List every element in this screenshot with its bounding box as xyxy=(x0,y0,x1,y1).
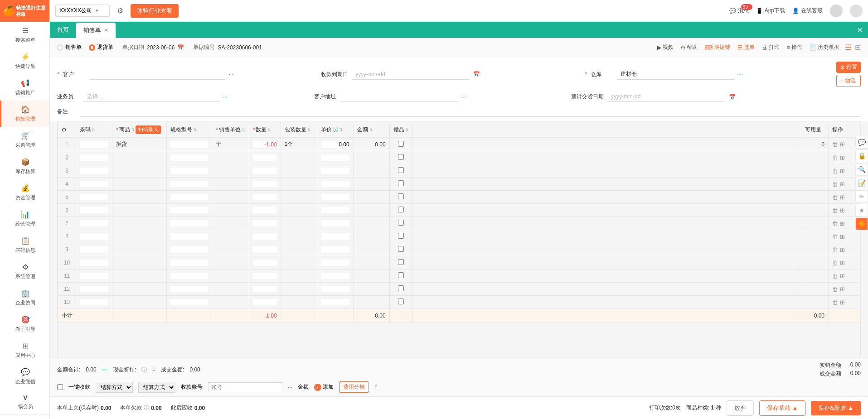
row-copy-icon-9[interactable]: ⊞ xyxy=(840,246,845,253)
row-barcode-11[interactable] xyxy=(76,270,112,283)
row-price-3[interactable] xyxy=(317,164,353,178)
total-owed-info-icon[interactable]: ⓘ xyxy=(144,404,149,412)
row-price-4[interactable] xyxy=(317,178,353,191)
tab-sales-order[interactable]: 销售单 ✕ xyxy=(76,23,116,38)
customer-addr-lookup-icon[interactable]: ··· xyxy=(462,94,466,100)
col-header-settings[interactable]: ⚙ xyxy=(58,122,76,138)
row-delete-icon-2[interactable]: 🗑 xyxy=(832,154,838,161)
row-price-7[interactable] xyxy=(317,217,353,230)
row-qty-11[interactable] xyxy=(249,270,281,283)
float-icon-star[interactable]: ★ xyxy=(855,204,868,217)
due-date-input[interactable] xyxy=(352,69,470,80)
row-gift-7[interactable] xyxy=(389,217,412,230)
row-spec-3[interactable] xyxy=(167,164,212,178)
toolbar-shortcut[interactable]: ⌨ 快捷键 xyxy=(703,43,732,52)
toolbar-video[interactable]: ▶ 视频 xyxy=(655,43,675,52)
row-gift-11[interactable] xyxy=(389,270,412,283)
logistics-button[interactable]: + 物流 xyxy=(836,75,861,87)
sidebar-item-finance[interactable]: 💰 资金管理 xyxy=(0,179,49,206)
user-avatar[interactable] xyxy=(830,5,843,17)
row-delete-icon-9[interactable]: 🗑 xyxy=(832,246,838,253)
float-icon-lock[interactable]: 🔒 xyxy=(855,149,868,162)
sidebar-item-stock[interactable]: 📦 库存核算 xyxy=(0,153,49,179)
row-spec-2[interactable] xyxy=(167,151,212,164)
sidebar-item-search[interactable]: ☰ 搜索菜单 xyxy=(0,22,49,48)
trial-button[interactable]: 体验行业方案 xyxy=(131,4,179,18)
row-gift-5[interactable] xyxy=(389,191,412,204)
expense-split-button[interactable]: 费用分摊 xyxy=(339,381,369,393)
row-spec-10[interactable] xyxy=(167,256,212,270)
row-delete-icon-7[interactable]: 🗑 xyxy=(832,220,838,227)
row-gift-3[interactable] xyxy=(389,164,412,178)
warehouse-input[interactable] xyxy=(617,69,735,80)
row-delete-icon-5[interactable]: 🗑 xyxy=(832,194,838,201)
row-price-10[interactable] xyxy=(317,256,353,270)
row-qty-1[interactable] xyxy=(249,138,281,151)
row-gift-4[interactable] xyxy=(389,178,412,191)
row-delete-icon-12[interactable]: 🗑 xyxy=(832,286,838,293)
row-copy-icon-10[interactable]: ⊞ xyxy=(840,260,845,266)
sidebar-item-marketing[interactable]: 📢 营销推广 xyxy=(0,74,49,101)
row-delete-icon-13[interactable]: 🗑 xyxy=(832,299,838,306)
row-price-8[interactable] xyxy=(317,230,353,243)
scan-button[interactable]: 扫码录入 xyxy=(136,125,161,134)
add-payment-button[interactable]: + 添加 xyxy=(314,383,334,391)
row-price-13[interactable] xyxy=(317,296,353,309)
row-spec-4[interactable] xyxy=(167,178,212,191)
customer-input[interactable] xyxy=(89,69,225,80)
save-draft-button[interactable]: 保存草稿 ▲ xyxy=(759,400,806,416)
row-copy-icon-13[interactable]: ⊞ xyxy=(840,299,845,306)
row-qty-9[interactable] xyxy=(249,243,281,256)
row-spec-12[interactable] xyxy=(167,283,212,296)
table-settings-icon[interactable]: ⚙ xyxy=(62,127,67,133)
row-copy-icon-6[interactable]: ⊞ xyxy=(840,207,845,214)
one-click-checkbox[interactable] xyxy=(57,384,63,390)
row-qty-2[interactable] xyxy=(249,151,281,164)
toolbar-operation[interactable]: ≡ 操作 xyxy=(785,43,804,52)
row-price-9[interactable] xyxy=(317,243,353,256)
row-spec-13[interactable] xyxy=(167,296,212,309)
row-qty-13[interactable] xyxy=(249,296,281,309)
calendar-icon[interactable]: 📅 xyxy=(177,44,184,51)
row-gift-10[interactable] xyxy=(389,256,412,270)
row-delete-icon-4[interactable]: 🗑 xyxy=(832,181,838,188)
view-toggle-list[interactable]: ☰ xyxy=(845,43,851,52)
toolbar-print[interactable]: 🖨 打印 xyxy=(760,43,781,52)
salesperson-input[interactable] xyxy=(83,92,219,102)
row-spec-1[interactable] xyxy=(167,138,212,151)
row-copy-icon-8[interactable]: ⊞ xyxy=(840,233,845,240)
toolbar-help[interactable]: ⊙ 帮助 xyxy=(679,43,699,52)
sidebar-item-guide[interactable]: 🎯 新手引导 xyxy=(0,311,49,337)
price-info-icon[interactable]: ⓘ xyxy=(333,126,338,134)
row-gift-13[interactable] xyxy=(389,296,412,309)
sidebar-item-base[interactable]: 📋 基础信息 xyxy=(0,232,49,258)
save-new-button[interactable]: 保存&新增 ▲ xyxy=(811,401,861,415)
sidebar-item-system[interactable]: ⚙ 系统管理 xyxy=(0,258,49,284)
view-toggle-grid[interactable]: ⊞ xyxy=(855,43,861,52)
row-gift-8[interactable] xyxy=(389,230,412,243)
expected-delivery-calendar-icon[interactable]: 📅 xyxy=(729,94,736,100)
row-barcode-12[interactable] xyxy=(76,283,112,296)
discard-button[interactable]: 放弃 xyxy=(727,400,754,416)
float-icon-comment[interactable]: 💬 xyxy=(855,136,868,149)
row-spec-8[interactable] xyxy=(167,230,212,243)
row-price-2[interactable] xyxy=(317,151,353,164)
row-delete-icon-11[interactable]: 🗑 xyxy=(832,273,838,279)
sidebar-item-appstore[interactable]: ⊞ 应用中心 xyxy=(0,337,49,363)
warehouse-lookup-icon[interactable]: ··· xyxy=(738,71,743,77)
settings-button[interactable]: ⚙ 设置 xyxy=(836,62,861,73)
sidebar-item-quick-nav[interactable]: ⚡ 快捷导航 xyxy=(0,48,49,74)
row-price-6[interactable] xyxy=(317,204,353,217)
row-qty-10[interactable] xyxy=(249,256,281,270)
row-spec-5[interactable] xyxy=(167,191,212,204)
app-download-button[interactable]: 📱 App下载 xyxy=(756,7,785,14)
payment-dots[interactable]: ··· xyxy=(288,384,292,390)
row-price-12[interactable] xyxy=(317,283,353,296)
company-selector[interactable]: XXXXXX公司 ▼ xyxy=(55,5,110,17)
row-barcode-6[interactable] xyxy=(76,204,112,217)
float-icon-edit[interactable]: ✏ xyxy=(855,190,868,203)
tabbar-close-icon[interactable]: ✕ xyxy=(851,26,868,34)
message-button[interactable]: 💬 消息 99+ xyxy=(729,7,749,14)
row-copy-icon-4[interactable]: ⊞ xyxy=(840,181,845,188)
row-copy-icon-11[interactable]: ⊞ xyxy=(840,273,845,279)
